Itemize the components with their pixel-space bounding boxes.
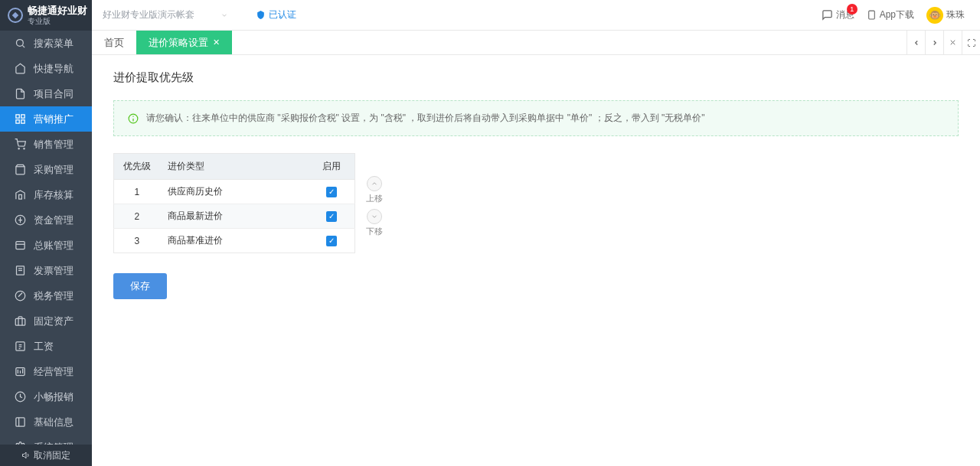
sidebar-item-label: 总账管理: [34, 239, 74, 253]
cell-enabled: ✓: [309, 229, 355, 253]
checkbox-checked-icon[interactable]: ✓: [326, 236, 337, 246]
sidebar-item-15[interactable]: 基础信息: [0, 409, 92, 435]
tab-1[interactable]: 进价策略设置✕: [136, 31, 232, 54]
svg-rect-2: [15, 115, 18, 118]
sidebar-item-11[interactable]: 固定资产: [0, 308, 92, 334]
sidebar-item-4[interactable]: 销售管理: [0, 132, 92, 157]
col-type: 进价类型: [160, 154, 309, 180]
verified-badge: 已认证: [256, 8, 296, 21]
move-controls: 上移 下移: [366, 153, 383, 237]
move-down-button[interactable]: 下移: [366, 209, 383, 237]
warehouse-icon: [14, 189, 26, 201]
checkbox-checked-icon[interactable]: ✓: [326, 187, 337, 197]
svg-rect-4: [15, 120, 18, 123]
content: 进价提取优先级 请您确认：往来单位中的供应商 "采购报价含税" 设置，为 "含税…: [92, 55, 980, 466]
sidebar-item-label: 销售管理: [34, 138, 74, 152]
sidebar-item-12[interactable]: 工资: [0, 334, 92, 359]
chevron-up-icon: [367, 176, 382, 191]
sidebar-item-13[interactable]: 经营管理: [0, 359, 92, 384]
avatar-icon: 🐵: [926, 7, 943, 24]
sidebar-header: 畅捷通好业财 专业版: [0, 0, 92, 31]
sidebar-item-label: 快捷导航: [34, 62, 74, 76]
tab-label: 首页: [104, 36, 124, 50]
sidebar-item-3[interactable]: 营销推广: [0, 106, 92, 132]
cell-type: 商品基准进价: [160, 229, 309, 253]
priority-table: 优先级 进价类型 启用 1供应商历史价✓2商品最新进价✓3商品基准进价✓: [113, 153, 355, 253]
tab-0[interactable]: 首页: [92, 31, 136, 54]
sidebar-item-5[interactable]: 采购管理: [0, 157, 92, 182]
contract-icon: [14, 88, 26, 100]
download-label: App下载: [880, 8, 914, 21]
sidebar-pin-toggle[interactable]: 取消固定: [0, 445, 92, 466]
save-button[interactable]: 保存: [113, 273, 167, 299]
compass-icon: [14, 63, 26, 75]
move-up-label: 上移: [366, 193, 383, 204]
sidebar-item-7[interactable]: 资金管理: [0, 207, 92, 233]
svg-rect-9: [18, 195, 21, 200]
sidebar-item-10[interactable]: 税务管理: [0, 283, 92, 308]
sidebar-item-label: 工资: [34, 340, 54, 354]
sidebar-item-16[interactable]: 系统管理: [0, 435, 92, 445]
table-row[interactable]: 2商品最新进价✓: [114, 204, 355, 229]
tab-prev-button[interactable]: [906, 31, 925, 55]
cell-priority: 3: [114, 229, 160, 253]
payroll-icon: [14, 341, 26, 353]
table-row[interactable]: 1供应商历史价✓: [114, 180, 355, 204]
cell-enabled: ✓: [309, 180, 355, 204]
svg-rect-26: [868, 11, 874, 19]
sidebar-item-9[interactable]: 发票管理: [0, 258, 92, 283]
sidebar-item-label: 基础信息: [34, 415, 74, 429]
sidebar-item-6[interactable]: 库存核算: [0, 182, 92, 207]
settings-icon: [14, 416, 26, 429]
move-down-label: 下移: [366, 226, 383, 237]
topbar-right: 消息 1 App下载 🐵 珠珠: [822, 7, 980, 24]
tab-close-icon[interactable]: ✕: [213, 37, 220, 47]
chevron-down-icon: [367, 209, 382, 224]
sound-icon: [21, 451, 31, 460]
sidebar-item-1[interactable]: 快捷导航: [0, 56, 92, 81]
org-selector[interactable]: 好业财专业版演示帐套: [92, 8, 237, 21]
tax-icon: [14, 290, 26, 302]
sidebar-item-8[interactable]: 总账管理: [0, 233, 92, 258]
cart-icon: [14, 138, 26, 151]
svg-point-6: [18, 148, 19, 149]
svg-point-7: [23, 148, 24, 149]
messages-button[interactable]: 消息 1: [822, 8, 854, 21]
logo-icon: [8, 8, 23, 23]
basket-icon: [14, 164, 26, 176]
tab-close-all-button[interactable]: [943, 31, 962, 55]
cell-type: 供应商历史价: [160, 180, 309, 204]
sidebar-item-0[interactable]: 搜索菜单: [0, 31, 92, 56]
download-button[interactable]: App下载: [867, 8, 914, 21]
cell-enabled: ✓: [309, 204, 355, 229]
org-name: 好业财专业版演示帐套: [103, 8, 194, 21]
checkbox-checked-icon[interactable]: ✓: [326, 211, 337, 222]
page-title: 进价提取优先级: [113, 70, 959, 85]
ledger-icon: [14, 240, 26, 252]
alert-box: 请您确认：往来单位中的供应商 "采购报价含税" 设置，为 "含税" ，取到进价后…: [113, 100, 959, 136]
invoice-icon: [14, 265, 26, 277]
phone-icon: [867, 9, 877, 21]
sidebar: 畅捷通好业财 专业版 搜索菜单快捷导航项目合同营销推广销售管理采购管理库存核算资…: [0, 0, 92, 466]
user-menu[interactable]: 🐵 珠珠: [926, 7, 965, 24]
asset-icon: [14, 315, 26, 328]
verified-label: 已认证: [269, 8, 296, 21]
tab-next-button[interactable]: [925, 31, 943, 55]
move-up-button[interactable]: 上移: [366, 176, 383, 204]
messages-badge: 1: [847, 4, 858, 15]
cell-priority: 2: [114, 204, 160, 229]
fullscreen-button[interactable]: [962, 31, 980, 55]
message-icon: [822, 9, 833, 21]
cell-priority: 1: [114, 180, 160, 204]
info-icon: [128, 113, 139, 124]
sidebar-item-label: 资金管理: [34, 213, 74, 227]
sidebar-item-label: 税务管理: [34, 289, 74, 303]
table-row[interactable]: 3商品基准进价✓: [114, 229, 355, 253]
sidebar-item-2[interactable]: 项目合同: [0, 81, 92, 106]
cell-type: 商品最新进价: [160, 204, 309, 229]
sidebar-item-label: 发票管理: [34, 264, 74, 278]
col-enabled: 启用: [309, 154, 355, 180]
sidebar-item-14[interactable]: 小畅报销: [0, 384, 92, 409]
svg-rect-23: [15, 418, 24, 426]
biz-icon: [14, 366, 26, 378]
